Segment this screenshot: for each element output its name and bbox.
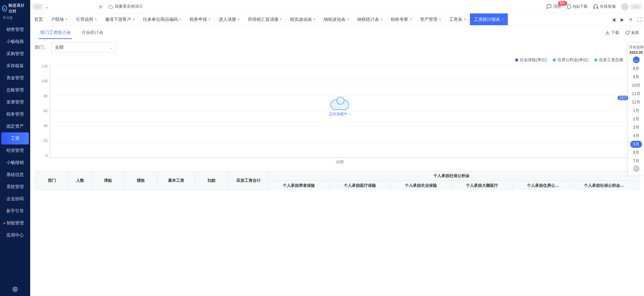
month-scroll-up[interactable]: ︽ (633, 56, 640, 63)
th-4: 基本工资 (157, 171, 195, 190)
month-item-7[interactable]: 3月 (628, 123, 644, 132)
sidebar-item-15[interactable]: 新手引导 (0, 205, 30, 217)
tab-close-icon[interactable]: × (65, 17, 68, 22)
tab-close-icon[interactable]: × (208, 17, 211, 22)
tab-4[interactable]: 往来单位商品编码× (139, 13, 185, 25)
tab-9[interactable]: 纳税波动表× (320, 13, 353, 25)
month-item-6[interactable]: 2月 (628, 115, 644, 123)
filter-row: 部门： 全部 ⌄ (35, 40, 639, 57)
tabs-scroll-left[interactable]: ◀ (609, 13, 618, 25)
grid-line (50, 80, 630, 80)
sidebar-item-label: 智能管理 (6, 220, 24, 226)
month-item-8[interactable]: 4月 (628, 132, 644, 140)
tab-close-icon[interactable]: × (380, 17, 383, 22)
tabs-close-all[interactable]: ✕ (627, 13, 635, 25)
month-item-10[interactable]: 6月 (628, 149, 644, 157)
sidebar-item-11[interactable]: 小畅报销 (0, 157, 30, 169)
tab-label: 进入清册 (219, 16, 236, 23)
subtabs-row: 部门工资统计表 月份统计表 下载 刷新 (35, 26, 639, 40)
month-scroll-down[interactable]: ︾ (633, 165, 640, 172)
tabs-fullscreen[interactable]: ⛶ (635, 13, 644, 25)
legend-item[interactable]: 住房公积金(单位) (553, 57, 588, 63)
sidebar-item-6[interactable]: 发票管理 (0, 96, 30, 108)
tab-close-icon[interactable]: × (410, 17, 412, 22)
messages-button[interactable]: 消息 99+ (546, 4, 561, 9)
sidebar-item-8[interactable]: 固定资产 (0, 120, 30, 132)
online-service-button[interactable]: 在线客服 (593, 4, 616, 9)
sidebar-item-2[interactable]: 采购管理 (0, 48, 30, 60)
tab-close-icon[interactable]: × (347, 17, 349, 22)
sidebar-item-5[interactable]: 总账管理 (0, 84, 30, 96)
cloud-icon (330, 97, 349, 110)
tab-close-icon[interactable]: × (280, 17, 282, 22)
month-item-11[interactable]: 7月 (628, 157, 644, 165)
sidebar-item-7[interactable]: 税务管理 (0, 108, 30, 120)
legend-item[interactable]: 社会保险(单位) (515, 57, 547, 63)
sidebar-item-4[interactable]: 资金管理 (0, 72, 30, 84)
org-name: — (33, 4, 42, 10)
org-settings-button[interactable] (97, 3, 105, 11)
org-selector[interactable]: — ⌄ (33, 4, 93, 10)
tab-11[interactable]: 税检专家× (387, 13, 416, 25)
subtab-month-stats[interactable]: 月份统计表 (76, 26, 109, 39)
sidebar-item-12[interactable]: 基础信息 (0, 169, 30, 181)
ytick-label: 40 (38, 124, 48, 128)
tab-close-icon[interactable]: × (313, 17, 316, 22)
sidebar-item-0[interactable]: 销售管理 (0, 24, 30, 36)
tab-10[interactable]: 纳税统计表× (353, 13, 387, 25)
sidebar-item-13[interactable]: 系统管理 (0, 181, 30, 193)
tab-label: 纳税统计表 (357, 16, 379, 23)
month-item-4[interactable]: 12月 (628, 98, 644, 107)
tab-5[interactable]: 税务申报× (185, 13, 215, 25)
refresh-button[interactable]: 刷新 (625, 30, 639, 36)
tab-close-icon[interactable]: × (179, 17, 181, 22)
sidebar-item-label: 工资 (11, 135, 19, 141)
sidebar-item-9[interactable]: 工资 (1, 132, 29, 144)
tab-close-icon[interactable]: × (95, 17, 97, 22)
user-menu[interactable]: — (621, 3, 641, 10)
month-item-2[interactable]: 10月 (628, 81, 644, 90)
tab-close-icon[interactable]: × (237, 17, 240, 22)
chart-y-axis: 120100806040200 (38, 64, 48, 158)
legend-item[interactable]: 应发工资总额 (594, 57, 623, 63)
tab-12[interactable]: 资产管理× (416, 13, 445, 25)
tab-13[interactable]: 工资表× (445, 13, 470, 25)
subtab-dept-stats[interactable]: 部门工资统计表 (35, 26, 76, 39)
demo-link[interactable]: 我要看实例演示 (108, 4, 143, 9)
filter-dept-select[interactable]: 全部 ⌄ (51, 42, 117, 52)
month-item-9[interactable]: 5月 (630, 141, 642, 148)
tab-label: 税负波动表 (290, 16, 312, 23)
tab-close-icon[interactable]: × (132, 17, 135, 22)
sidebar-item-14[interactable]: 企业协同 (0, 193, 30, 205)
month-item-1[interactable]: 9月 (628, 73, 644, 81)
tab-2[interactable]: 引导说明× (72, 13, 101, 25)
sidebar-item-3[interactable]: 库存核算 (0, 60, 30, 72)
tabs-controls: ◀ ▶ ✕ ⛶ (609, 13, 644, 25)
tab-7[interactable]: 所得税汇算清缴× (244, 13, 286, 25)
tab-close-icon[interactable]: × (501, 17, 504, 22)
chart-area: 社会保险(单位)住房公积金(单位)应发工资总额 120100806040200 … (38, 57, 637, 165)
sidebar-item-1[interactable]: 小畅电商 (0, 36, 30, 48)
month-item-0[interactable]: 8月 (628, 65, 644, 73)
download-button[interactable]: 下载 (605, 30, 619, 36)
month-item-3[interactable]: 11月 (628, 90, 644, 98)
sidebar-item-label: 采购管理 (6, 51, 24, 57)
tab-6[interactable]: 进入清册× (215, 13, 244, 25)
sidebar-item-10[interactable]: 经营管理 (0, 144, 30, 157)
tabs-scroll-right[interactable]: ▶ (618, 13, 627, 25)
tab-1[interactable]: 户联络× (47, 13, 72, 25)
month-item-5[interactable]: 1月 (628, 107, 644, 115)
tab-8[interactable]: 税负波动表× (286, 13, 320, 25)
tab-close-icon[interactable]: × (439, 17, 441, 22)
sidebar-settings[interactable] (0, 283, 30, 296)
th-group-title: 个人承担社保公积金 (269, 171, 634, 181)
sidebar-item-17[interactable]: 应用中心 (0, 229, 30, 241)
th-1: 人数 (69, 171, 92, 190)
tab-3[interactable]: 邀请下游客户× (101, 13, 139, 25)
sidebar-item-16[interactable]: 智能管理 (0, 217, 30, 229)
chart-x-label: 分部 (336, 159, 344, 165)
tab-0[interactable]: 首页 (30, 13, 47, 25)
app-download-button[interactable]: App下载 (567, 4, 588, 9)
tab-14[interactable]: 工资统计报表× (470, 13, 508, 25)
tab-close-icon[interactable]: × (464, 17, 466, 22)
